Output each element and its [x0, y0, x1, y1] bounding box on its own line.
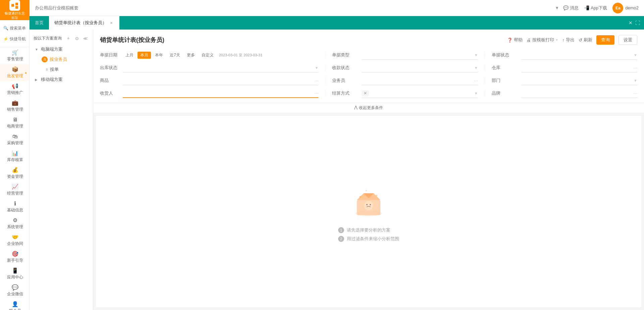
date-tab-last-month[interactable]: 上月 [123, 52, 136, 59]
order-icon: ≡ [46, 67, 48, 72]
operations-icon: 📈 [12, 184, 18, 190]
tree-mobile-section[interactable]: ▶ 移动端方案 [30, 74, 93, 85]
filter-goods-item: 商品 ··· [100, 76, 318, 85]
sidebar-item-ecommerce[interactable]: 🖥 电商管理 [0, 114, 29, 131]
export-action[interactable]: ↑ 导出 [562, 37, 575, 43]
add-scheme-icon[interactable]: ＋ [65, 35, 71, 42]
settings-scheme-icon[interactable]: ⊙ [73, 35, 80, 42]
sidebar-logo[interactable]: 畅捷通好生意 标版 [0, 0, 30, 20]
filter-date-item: 单据日期 上月 本月 本年 近7天 更多 自定义 2023-03-01 至 20… [100, 52, 318, 59]
filter-consignee-label: 收货人 [100, 90, 120, 96]
sidebar-item-member-label: 畅会员 [9, 308, 21, 310]
quick-nav-item[interactable]: ⚡ 快捷导航 [3, 34, 27, 44]
sidebar-item-system[interactable]: ⚙ 系统管理 [0, 215, 29, 232]
sidebar-item-appstore[interactable]: 📱 应用中心 [0, 265, 29, 282]
empty-state: ✦ ✦ ✦ 1 请先选择要分析的方案 2 用过滤条件来缩小分析范围 [96, 116, 641, 307]
message-action[interactable]: 💬 消息 [563, 5, 579, 11]
filter-salesperson-value[interactable]: ··· [362, 76, 478, 85]
collapse-panel-icon[interactable]: ≪ [82, 35, 89, 42]
sidebar-item-marketing[interactable]: 📢 营销推广 [0, 81, 29, 98]
enterprise-icon: 🤝 [12, 234, 18, 240]
svg-point-6 [366, 204, 368, 205]
settings-button[interactable]: 设置 [619, 35, 637, 45]
filter-warehouse-dots-icon: ··· [633, 65, 637, 70]
sidebar-item-basic-label: 基础信息 [7, 207, 23, 213]
filter-recvstatus-value[interactable]: ▼ [362, 63, 478, 72]
filter-warehouse-value[interactable]: ··· [521, 63, 637, 72]
filter-sep-2 [485, 52, 485, 58]
sidebar-item-basic[interactable]: ℹ 基础信息 [0, 198, 29, 215]
sidebar-item-enterprise[interactable]: 🤝 企业协同 [0, 232, 29, 249]
dropdown-icon[interactable]: ▼ [555, 5, 559, 10]
tab-maximize-icon[interactable]: ⛶ [635, 20, 640, 25]
left-panel-icons: ＋ ⊙ ≪ [65, 35, 89, 42]
tab-report-label: 销货单统计表（按业务员） [54, 20, 107, 26]
sidebar-item-newbie[interactable]: 🎯 新手引导 [0, 249, 29, 265]
sidebar-item-inventory[interactable]: 📊 库存核算 [0, 148, 29, 165]
tree-order-item[interactable]: ≡ 按单 [30, 64, 93, 74]
sidebar-item-wechat[interactable]: 💬 企业微信 [0, 282, 29, 299]
refresh-action[interactable]: ↺ 刷新 [579, 37, 592, 43]
report-header-actions: ❓ 帮助 🖨 按模板打印 ▼ ↑ 导出 ↺ 刷新 [507, 35, 637, 45]
query-button[interactable]: 查询 [596, 35, 614, 45]
collapse-conditions-button[interactable]: ⋀ 收起更多条件 [93, 103, 644, 113]
filter-recvstatus-dropdown-icon: ▼ [474, 66, 478, 70]
help-action[interactable]: ❓ 帮助 [507, 37, 523, 43]
quick-nav-icon: ⚡ [3, 37, 8, 41]
date-tab-last7days[interactable]: 近7天 [167, 52, 183, 59]
filter-docstatus-value[interactable]: ▼ [521, 50, 637, 60]
tree-salesperson-item[interactable]: 员 按业务员 [30, 54, 93, 64]
filter-brand-item: 品牌 ··· [492, 89, 637, 98]
sidebar-item-ecommerce-label: 电商管理 [7, 123, 23, 129]
filter-settlement-tag-close[interactable]: ✕ [364, 91, 367, 96]
tabbar-right: ✕ ⛶ [629, 20, 644, 25]
date-tab-this-month[interactable]: 本月 [138, 52, 151, 59]
sidebar-item-member[interactable]: 👤 畅会员 [0, 299, 29, 310]
sidebar-item-system-label: 系统管理 [7, 224, 23, 230]
filter-brand-value[interactable]: ··· [521, 89, 637, 98]
sidebar-item-operations[interactable]: 📈 经营管理 [0, 182, 29, 198]
sidebar-item-marketing-label: 营销推广 [7, 90, 23, 96]
sidebar-item-wholesale[interactable]: 📦 批发管理 [0, 64, 29, 81]
filter-outstatus-value[interactable]: ▼ [123, 63, 318, 72]
filter-settlement-value[interactable]: ✕ ▼ [362, 89, 478, 98]
filter-brand-label: 品牌 [492, 90, 519, 96]
svg-text:✦: ✦ [375, 194, 378, 197]
date-tab-more[interactable]: 更多 [184, 52, 198, 59]
filter-doctype-value[interactable]: ▼ [362, 50, 478, 60]
sidebar-item-finance[interactable]: 💰 资金管理 [0, 165, 29, 182]
filter-goods-value[interactable]: ··· [123, 76, 318, 85]
tab-home[interactable]: 首页 [30, 16, 49, 30]
tab-minimize-icon[interactable]: ✕ [629, 20, 633, 25]
svg-rect-1 [15, 3, 18, 5]
tab-close-icon[interactable]: ✕ [109, 20, 114, 25]
sidebar-item-sales[interactable]: 💼 销售管理 [0, 98, 29, 114]
finance-icon: 💰 [12, 167, 18, 173]
sidebar-item-purchase[interactable]: 🛍 采购管理 [0, 131, 29, 148]
app-download-action[interactable]: 📲 App下载 [584, 5, 607, 11]
tab-report[interactable]: 销货单统计表（按业务员） ✕ [49, 16, 119, 30]
filter-department-value[interactable]: ▼ [521, 76, 637, 85]
filter-row-4: 收货人 ··· 结算方式 ✕ ▼ [100, 89, 637, 98]
tree-pc-section[interactable]: ▼ 电脑端方案 [30, 44, 93, 54]
date-tab-custom[interactable]: 自定义 [199, 52, 216, 59]
sidebar-item-retail[interactable]: 🛒 零售管理 [0, 47, 29, 64]
sidebar: 畅捷通好生意 标版 🔍 搜索菜单 ⚡ 快捷导航 🛒 零售管理 📦 批发管理 📢 … [0, 0, 30, 310]
search-menu-item[interactable]: 🔍 搜索菜单 [3, 23, 27, 34]
filter-outstatus-dropdown-icon: ▼ [315, 66, 319, 70]
filter-consignee-value[interactable]: ··· [123, 89, 318, 98]
user-action[interactable]: Ea demo2 [612, 3, 639, 13]
logo-text: 畅捷通好生意 [5, 11, 25, 15]
purchase-icon: 🛍 [12, 134, 18, 140]
filter-row-3: 商品 ··· 业务员 ··· [100, 76, 637, 85]
message-icon: 💬 [563, 5, 569, 10]
marketing-icon: 📢 [12, 83, 18, 89]
filter-brand-dots-icon: ··· [633, 91, 637, 96]
filter-settlement-dropdown-icon: ▼ [474, 91, 478, 95]
sidebar-item-retail-label: 零售管理 [7, 56, 23, 62]
date-tab-this-year[interactable]: 本年 [152, 52, 166, 59]
member-icon: 👤 [12, 301, 18, 307]
sidebar-item-wechat-label: 企业微信 [7, 291, 23, 297]
ecommerce-icon: 🖥 [12, 117, 18, 123]
print-action[interactable]: 🖨 按模板打印 ▼ [527, 37, 558, 43]
